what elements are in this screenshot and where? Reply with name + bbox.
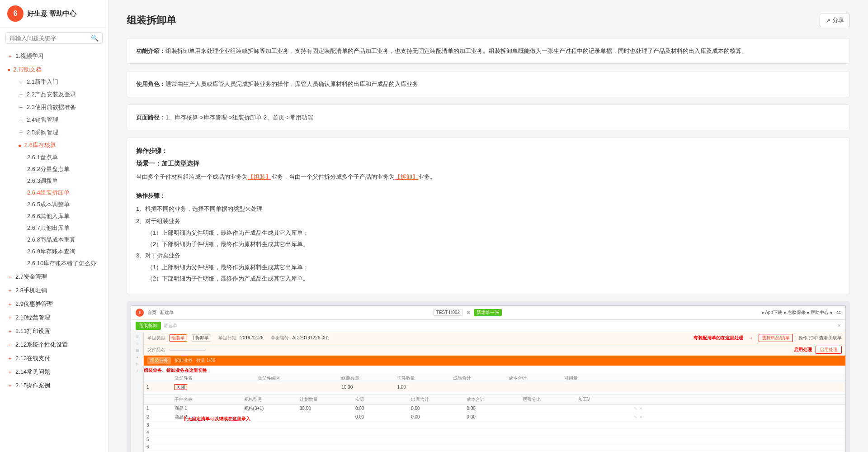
sidebar-item-ops[interactable]: ＋ 2.10经营管理 [0, 310, 108, 324]
inner-main-area: ⊞ ☆ ▦ ♦ ▷ ≡ 单据类型 组装单 | 拆卸单 [131, 332, 845, 452]
type-tab-disassembly[interactable]: 拆卸业务 [175, 357, 193, 364]
page-title: 组装拆卸单 [127, 14, 176, 27]
expand-icon: ＋ [7, 328, 13, 335]
sidebar-item-assembly[interactable]: 2.6.4组装拆卸单 [20, 187, 108, 199]
sidebar-item-beginner[interactable]: ＋ 2.1新手入门 [11, 76, 108, 88]
sidebar-item-ledger-fix[interactable]: 2.6.10库存账本错了怎么办 [20, 257, 108, 269]
sidebar-item-payment[interactable]: ＋ 2.13在线支付 [0, 351, 108, 364]
search-icon[interactable]: 🔍 [91, 34, 99, 42]
screenshot-wrapper: 6 自页 新建单 TEST-H002 ⊙ 新建单一张 ● App下載 ● 右脑保… [127, 302, 849, 452]
annotation3-text: 启用处理 [794, 347, 812, 353]
sidebar-item-cost-adjust[interactable]: 2.6.5成本调整单 [20, 199, 108, 210]
inner-mini-sidebar: ⊞ ☆ ▦ ♦ ▷ ≡ [131, 332, 144, 452]
br-out: 0.00 [411, 406, 467, 411]
br-name: 商品 1 [175, 405, 244, 412]
sidebar-item-help-docs[interactable]: ● 2.帮助文档 [0, 62, 108, 76]
sidebar-item-label: 2.2产品安装及登录 [27, 90, 76, 99]
br-cost: 0.00 [467, 406, 522, 411]
sidebar-item-cost-recalc[interactable]: 2.6.8商品成本重算 [20, 234, 108, 246]
search-input[interactable] [9, 35, 91, 42]
inner-user: cc [836, 310, 841, 315]
sidebar-item-system[interactable]: ＋ 2.12系统个性化设置 [0, 337, 108, 351]
path-card: 页面路径：1、库存核算->库存管理->组装拆卸单 2、首页->常用功能 [127, 105, 850, 130]
screenshot-container: 6 自页 新建单 TEST-H002 ⊙ 新建单一张 ● App下載 ● 右脑保… [127, 301, 850, 452]
sidebar-item-faq[interactable]: ＋ 2.14常见问题 [0, 364, 108, 378]
sidebar-item-label: 2.10经营管理 [15, 314, 50, 322]
br-no: 3 [146, 423, 175, 428]
step3-2: （2）下部明细为子件明细，最终作为产成品生成其它入库单。 [136, 273, 840, 285]
assembly-link[interactable]: 【组装】 [248, 173, 271, 180]
th-parent-name: 父父件名 [175, 375, 258, 381]
collapse-icon: ● [7, 67, 10, 73]
sidebar-item-install[interactable]: ＋ 2.2产品安装及登录 [11, 88, 108, 101]
sidebar-item-finance[interactable]: ＋ 2.7资金管理 [0, 269, 108, 283]
row-no: 1 [146, 385, 175, 390]
sidebar-item-print[interactable]: ＋ 2.11打印设置 [0, 324, 108, 337]
sidebar-item-cases[interactable]: ＋ 2.15操作案例 [0, 378, 108, 391]
inner-form-bar: 单据类型 组装单 | 拆卸单 单据日期 2019-12-26 单据编号 AD-2… [144, 332, 845, 344]
inner-tab2: 请选单 [164, 323, 177, 329]
sidebar-item-coupon[interactable]: ＋ 2.9优惠券管理 [0, 296, 108, 310]
type-bar-wrapper: 组装业务 拆卸业务 数量 1/36 组装业务、拆卸业务在这里切换 [144, 356, 845, 366]
th-no [146, 375, 175, 381]
app-title: 好生意 帮助中心 [27, 10, 76, 18]
row-asm-qty: 10.00 [341, 385, 397, 390]
activate-btn[interactable]: 启用处理 [816, 346, 842, 354]
th-cost1: 成品合计 [453, 375, 509, 381]
annotation4-text: 无固定清单可以继续在这里录入 [184, 416, 250, 422]
sidebar-item-other-out[interactable]: 2.6.7其他出库单 [20, 222, 108, 234]
inner-app-menu2: 新建单 [160, 309, 174, 316]
bottom-table-row: 5 [144, 436, 845, 443]
row-delete-icon: ✕ [639, 415, 643, 419]
annotation2-text: 组装业务、拆卸业务在这里切换 [144, 367, 207, 374]
row-edit-icon: ✎ [634, 406, 637, 411]
sidebar-item-ledger[interactable]: 2.6.9库存账本查询 [20, 246, 108, 257]
br-action: ✎✕ [634, 415, 787, 419]
sidebar-item-sales[interactable]: ＋ 2.4销售管理 [11, 114, 108, 126]
ops-title: 操作步骤： [136, 147, 840, 155]
plus-icon: ＋ [18, 78, 24, 86]
inner-app-id: TEST-H002 [433, 309, 463, 316]
path-text: 页面路径：1、库存核算->库存管理->组装拆卸单 2、首页->常用功能 [136, 112, 840, 123]
form-id-value: AD-20191226-001 [292, 335, 330, 340]
th-parent-code: 父父件编号 [258, 375, 341, 381]
sidebar-item-stocktake[interactable]: 2.6.1盘点单 [20, 152, 108, 163]
bottom-table-header: 子件名称 规格型号 计划数量 实际 出库含计 成本合计 帮费分比 加工V [144, 395, 845, 404]
sidebar-item-inventory[interactable]: ● 2.6库存核算 [11, 139, 108, 152]
br-plan: 30.00 [300, 406, 355, 411]
sidebar-item-transfer[interactable]: 2.6.3调拨单 [20, 175, 108, 187]
br-actual: 0.00 [355, 414, 411, 419]
br-no: 4 [146, 430, 175, 435]
mini-icon1: ⊞ [136, 335, 139, 339]
sidebar: 6 好生意 帮助中心 🔍 ＋ 1.视频学习 ● 2.帮助文档 ＋ 2.1新手入门… [0, 0, 108, 452]
sidebar-item-label: 1.视频学习 [15, 52, 44, 60]
select-bill-btn[interactable]: 选择料品/清单 [759, 334, 793, 342]
share-button[interactable]: ↗ 分享 [820, 14, 850, 27]
disassembly-link[interactable]: 【拆卸】 [395, 173, 418, 180]
sidebar-item-partial-stocktake[interactable]: 2.6.2分量盘点单 [20, 163, 108, 175]
bth-name: 子件名称 [175, 396, 244, 403]
inner-app-bar: 6 自页 新建单 TEST-H002 ⊙ 新建单一张 ● App下載 ● 右脑保… [131, 306, 845, 320]
sidebar-item-prepare[interactable]: ＋ 2.3使用前数据准备 [11, 101, 108, 114]
search-box[interactable]: 🔍 [5, 32, 103, 44]
search-label: 父件品名 [147, 347, 165, 353]
sidebar-item-video[interactable]: ＋ 1.视频学习 [0, 48, 108, 62]
inner-apps: ● App下載 ● 右脑保修 ● 帮助中心 ● [761, 309, 833, 316]
br-no: 1 [146, 406, 175, 411]
sidebar-header: 6 好生意 帮助中心 [0, 0, 108, 28]
form-action-print: 操作 打印 查看关联单 [798, 335, 842, 341]
br-out: 0.00 [411, 414, 467, 419]
br-actual: 0.00 [355, 406, 411, 411]
sidebar-item-other-in[interactable]: 2.6.6其他入库单 [20, 210, 108, 222]
row-name: 关闭 [175, 384, 258, 390]
mini-icon6: ≡ [136, 369, 138, 373]
bottom-table-row: 1 商品 1 规格(3+1) 30.00 0.00 0.00 0.00 ✎✕ [144, 404, 845, 413]
expand-icon: ＋ [7, 300, 13, 308]
type-tab-assembly[interactable]: 组装业务 [147, 357, 171, 364]
sidebar-item-purchase[interactable]: ＋ 2.5采购管理 [11, 126, 108, 139]
sidebar-item-mobile[interactable]: ＋ 2.8手机旺铺 [0, 283, 108, 296]
bottom-table: 子件名称 规格型号 计划数量 实际 出库含计 成本合计 帮费分比 加工V [144, 395, 845, 452]
expand-icon: ＋ [7, 355, 13, 362]
form-type-value: 组装单 [169, 334, 187, 342]
th-sub-qty: 子件数量 [397, 375, 453, 381]
